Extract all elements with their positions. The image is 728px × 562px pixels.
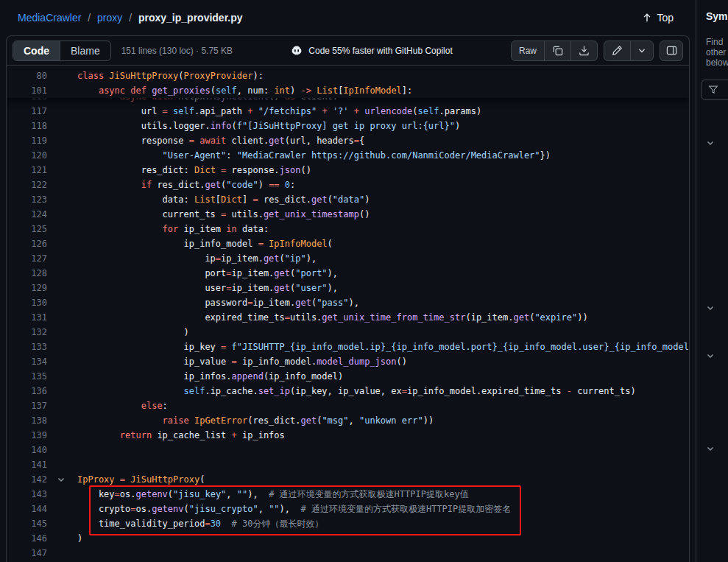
symbol-expand-chevron-icon[interactable] (706, 302, 715, 315)
code-gutter (47, 281, 77, 295)
pencil-icon (612, 45, 623, 56)
code-line: 120 "User-Agent": "MediaCrawler https://… (7, 148, 689, 163)
code-gutter (47, 443, 77, 457)
code-line: 124 current_ts = utils.get_unix_timestam… (7, 207, 689, 222)
line-number[interactable]: 120 (7, 148, 47, 163)
breadcrumb-repo-link[interactable]: MediaCrawler (18, 12, 81, 24)
symbols-desc-line: Find (706, 37, 728, 47)
code-gutter (47, 148, 77, 163)
code-text: utils.logger.info(f"[JiSuHttpProxy] get … (77, 119, 689, 133)
raw-button[interactable]: Raw (512, 41, 545, 60)
code-gutter (47, 178, 77, 192)
symbol-expand-chevron-icon[interactable] (706, 350, 715, 363)
code-gutter (47, 222, 77, 236)
line-number[interactable]: 129 (7, 281, 47, 295)
symbol-expand-chevron-icon[interactable] (706, 443, 715, 456)
line-number[interactable]: 134 (7, 354, 47, 369)
code-line: 141 (7, 457, 689, 472)
symbols-panel-toggle-button[interactable] (660, 41, 683, 61)
edit-button[interactable] (604, 41, 631, 60)
symbols-desc-line: other (706, 47, 728, 57)
line-number[interactable]: 117 (7, 104, 47, 119)
code-blame-switch: Code Blame (13, 41, 111, 61)
line-number[interactable]: 139 (7, 428, 47, 443)
line-number[interactable]: 127 (7, 251, 47, 266)
line-number[interactable]: 130 (7, 295, 47, 310)
line-number[interactable]: 143 (7, 487, 47, 502)
line-number[interactable]: 145 (7, 516, 47, 531)
arrow-up-icon (642, 13, 652, 23)
line-number[interactable]: 125 (7, 222, 47, 236)
code-gutter (47, 369, 77, 384)
code-text: data: List[Dict] = res_dict.get("data") (77, 192, 689, 207)
code-line: 127 ip=ip_item.get("ip"), (7, 251, 689, 266)
code-text: else: (77, 398, 689, 413)
code-line: 118 utils.logger.info(f"[JiSuHttpProxy] … (7, 119, 689, 133)
download-button[interactable] (571, 41, 597, 60)
copilot-banner[interactable]: Code 55% faster with GitHub Copilot (291, 45, 452, 57)
line-number[interactable]: 131 (7, 310, 47, 325)
code-line: 130 password=ip_item.get("pass"), (7, 295, 689, 310)
line-number[interactable]: 123 (7, 192, 47, 207)
line-number[interactable]: 119 (7, 133, 47, 148)
code-gutter (47, 310, 77, 325)
line-number[interactable]: 147 (7, 546, 47, 561)
side-panel-icon (666, 45, 677, 56)
symbols-filter-input[interactable] (701, 80, 728, 100)
symbols-desc-line: below (706, 57, 728, 68)
tab-blame[interactable]: Blame (60, 41, 110, 60)
copy-button[interactable] (545, 41, 571, 60)
code-text: port=ip_item.get("port"), (77, 266, 689, 281)
code-text: ip_infos.append(ip_info_model) (77, 369, 689, 384)
code-gutter (47, 163, 77, 178)
scroll-to-top-button[interactable]: Top (642, 12, 674, 24)
code-text: ip_info_model = IpInfoModel( (77, 236, 689, 251)
code-line: 121 res_dict: Dict = response.json() (7, 163, 689, 178)
line-number[interactable]: 136 (7, 384, 47, 398)
code-text: current_ts = utils.get_unix_timestamp() (77, 207, 689, 222)
code-gutter (47, 119, 77, 133)
line-number[interactable]: 126 (7, 236, 47, 251)
breadcrumb: MediaCrawler / proxy / proxy_ip_provider… (18, 12, 243, 24)
collapse-chevron-icon[interactable] (57, 475, 66, 484)
file-meta-info: 151 lines (130 loc) · 5.75 KB (121, 46, 233, 56)
code-text: if res_dict.get("code") == 0: (77, 178, 689, 192)
line-number[interactable]: 141 (7, 457, 47, 472)
code-text: crypto=os.getenv("jisu_crypto", ""), # 通… (77, 502, 689, 516)
line-number[interactable]: 80 (7, 69, 47, 83)
code-gutter (47, 398, 77, 413)
code-text (77, 443, 689, 457)
line-number[interactable]: 121 (7, 163, 47, 178)
line-number[interactable]: 132 (7, 325, 47, 340)
code-line: 142IpProxy = JiSuHttpProxy( (7, 472, 689, 487)
code-gutter (47, 104, 77, 119)
line-number[interactable]: 137 (7, 398, 47, 413)
line-number[interactable]: 146 (7, 531, 47, 546)
code-text: ) (77, 325, 689, 340)
line-number[interactable]: 144 (7, 502, 47, 516)
symbol-expand-chevron-icon[interactable] (706, 137, 715, 150)
code-gutter (47, 487, 77, 502)
line-number[interactable]: 142 (7, 472, 47, 487)
code-line: 128 port=ip_item.get("port"), (7, 266, 689, 281)
line-number[interactable]: 101 (7, 83, 47, 98)
line-number[interactable]: 133 (7, 340, 47, 354)
code-line: 117 url = self.api_path + "/fetchips" + … (7, 104, 689, 119)
file-toolbar: Code Blame 151 lines (130 loc) · 5.75 KB… (7, 36, 689, 66)
line-number[interactable]: 124 (7, 207, 47, 222)
breadcrumb-folder-link[interactable]: proxy (97, 12, 122, 24)
line-number[interactable]: 140 (7, 443, 47, 457)
code-line: 126 ip_info_model = IpInfoModel( (7, 236, 689, 251)
line-number[interactable]: 135 (7, 369, 47, 384)
line-number[interactable]: 118 (7, 119, 47, 133)
edit-options-button[interactable] (631, 41, 653, 60)
code-line: 131 expired_time_ts=utils.get_unix_time_… (7, 310, 689, 325)
line-number[interactable]: 138 (7, 413, 47, 428)
line-number[interactable]: 128 (7, 266, 47, 281)
code-gutter (47, 207, 77, 222)
code-gutter (47, 457, 77, 472)
tab-code[interactable]: Code (13, 41, 60, 60)
copilot-icon (291, 45, 303, 57)
line-number[interactable]: 122 (7, 178, 47, 192)
code-text: raise IpGetError(res_dict.get("msg", "un… (77, 413, 689, 428)
